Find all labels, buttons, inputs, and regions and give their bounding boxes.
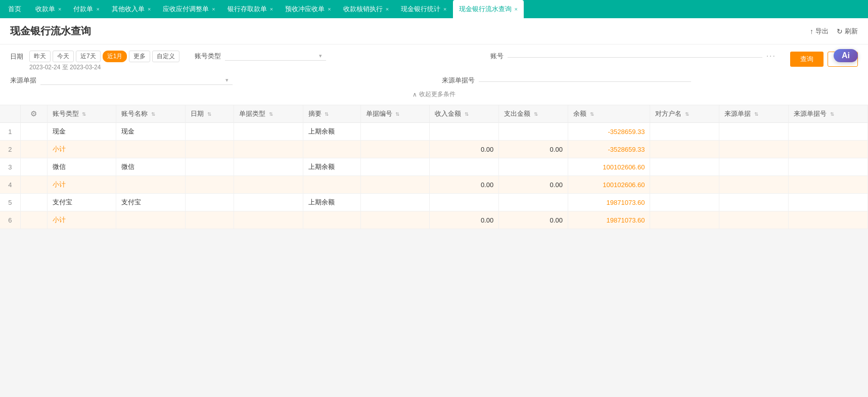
nav-tab-1[interactable]: 付款单 × (67, 0, 105, 18)
table-cell: 100102606.60 (568, 176, 650, 194)
col-counterparty[interactable]: 对方户名 ⇅ (650, 105, 719, 123)
table-cell (116, 211, 186, 229)
refresh-button[interactable]: ↻ 刷新 (837, 27, 858, 36)
close-tab-8-icon[interactable]: × (515, 6, 518, 12)
col-summary[interactable]: 摘要 ⇅ (303, 105, 360, 123)
table-cell: 1 (0, 123, 20, 141)
date-btn-more[interactable]: 更多 (129, 51, 150, 62)
close-tab-2-icon[interactable]: × (148, 6, 151, 12)
table-cell (788, 176, 867, 194)
table-cell: 微信 (47, 158, 116, 176)
table-cell (650, 141, 719, 158)
table-cell (185, 158, 234, 176)
sort-expense-icon: ⇅ (534, 111, 538, 117)
table-cell (185, 123, 234, 141)
date-btn-yesterday[interactable]: 昨天 (29, 51, 51, 62)
nav-tab-5[interactable]: 预收冲应收单 × (279, 0, 337, 18)
table-cell (360, 194, 430, 211)
nav-home[interactable]: 首页 (0, 0, 29, 18)
query-button[interactable]: 查询 (790, 52, 824, 67)
table-cell (650, 123, 719, 141)
account-more-icon[interactable]: ··· (766, 52, 776, 61)
account-label: 账号 (490, 52, 504, 61)
nav-tab-4[interactable]: 银行存取款单 × (221, 0, 279, 18)
table-cell (20, 158, 47, 176)
close-tab-4-icon[interactable]: × (270, 6, 273, 12)
table-cell: 3 (0, 158, 20, 176)
table-cell: 小计 (47, 176, 116, 194)
account-type-select[interactable]: ▾ (225, 52, 326, 61)
table-cell (499, 158, 568, 176)
table-cell (185, 211, 234, 229)
sort-doc-no-icon: ⇅ (395, 111, 399, 117)
table-cell: 小计 (47, 141, 116, 158)
table-cell (303, 141, 360, 158)
table-cell (20, 123, 47, 141)
col-account-type[interactable]: 账号类型 ⇅ (47, 105, 116, 123)
date-btn-7days[interactable]: 近7天 (76, 51, 101, 62)
close-tab-6-icon[interactable]: × (386, 6, 389, 12)
col-balance[interactable]: 余额 ⇅ (568, 105, 650, 123)
table-cell (185, 141, 234, 158)
col-doc-no[interactable]: 单据编号 ⇅ (360, 105, 430, 123)
col-doc-type[interactable]: 单据类型 ⇅ (234, 105, 303, 123)
page-title: 现金银行流水查询 (10, 24, 91, 38)
export-icon: ↑ (810, 27, 813, 35)
table-cell: 4 (0, 176, 20, 194)
close-tab-7-icon[interactable]: × (443, 6, 446, 12)
col-date[interactable]: 日期 ⇅ (185, 105, 234, 123)
account-type-arrow-icon: ▾ (319, 53, 322, 59)
col-gear[interactable]: ⚙ (20, 105, 47, 123)
table-cell (116, 176, 186, 194)
sort-account-name-icon: ⇅ (151, 111, 155, 117)
table-cell: 19871073.60 (568, 211, 650, 229)
close-tab-5-icon[interactable]: × (328, 6, 331, 12)
table-cell: 0.00 (430, 211, 499, 229)
close-tab-1-icon[interactable]: × (96, 6, 99, 12)
sort-account-type-icon: ⇅ (82, 111, 86, 117)
nav-tab-7[interactable]: 现金银行统计 × (395, 0, 452, 18)
date-btn-today[interactable]: 今天 (53, 51, 74, 62)
nav-tab-3[interactable]: 应收应付调整单 × (157, 0, 221, 18)
table-row: 2小计0.000.00-3528659.33 (0, 141, 868, 158)
table-cell (234, 123, 303, 141)
nav-tab-6[interactable]: 收款核销执行 × (337, 0, 395, 18)
table-cell (234, 211, 303, 229)
col-expense[interactable]: 支出金额 ⇅ (499, 105, 568, 123)
source-doc-arrow-icon: ▾ (225, 77, 229, 83)
col-income[interactable]: 收入金额 ⇅ (430, 105, 499, 123)
table-row: 3微信微信上期余额100102606.60 (0, 158, 868, 176)
table-cell (234, 158, 303, 176)
col-account-name[interactable]: 账号名称 ⇅ (116, 105, 186, 123)
table-cell (788, 194, 867, 211)
date-btn-1month[interactable]: 近1月 (103, 51, 127, 62)
table-cell (116, 141, 186, 158)
col-source-doc[interactable]: 来源单据 ⇅ (719, 105, 789, 123)
sort-summary-icon: ⇅ (325, 111, 329, 117)
nav-tab-2[interactable]: 其他收入单 × (106, 0, 157, 18)
col-source-doc-no[interactable]: 来源单据号 ⇅ (788, 105, 867, 123)
date-btn-custom[interactable]: 自定义 (152, 51, 179, 62)
sort-source-doc-no-icon: ⇅ (830, 111, 834, 117)
table-cell: 上期余额 (303, 123, 360, 141)
table-cell: 5 (0, 194, 20, 211)
filter-area: 日期 昨天 今天 近7天 近1月 更多 自定义 2023-02-24 至 202… (0, 45, 868, 105)
sort-date-icon: ⇅ (207, 111, 211, 117)
ai-button[interactable]: Ai (834, 49, 858, 62)
nav-tab-0[interactable]: 收款单 × (29, 0, 67, 18)
data-table: ⚙ 账号类型 ⇅ 账号名称 ⇅ 日期 ⇅ 单据类型 ⇅ 摘 (0, 105, 868, 229)
close-tab-0-icon[interactable]: × (58, 6, 61, 12)
nav-tab-8[interactable]: 现金银行流水查询 × (453, 0, 524, 18)
close-tab-3-icon[interactable]: × (212, 6, 215, 12)
source-doc-select[interactable]: ▾ (40, 76, 233, 85)
table-cell: 0.00 (430, 176, 499, 194)
source-doc-no-input[interactable] (479, 79, 691, 82)
collapse-bar[interactable]: ∧ 收起更多条件 (10, 88, 858, 101)
table-cell (430, 158, 499, 176)
sort-income-icon: ⇅ (465, 111, 469, 117)
table-cell (650, 158, 719, 176)
account-input[interactable] (508, 55, 762, 58)
export-button[interactable]: ↑ 导出 (810, 27, 829, 36)
header-actions: ↑ 导出 ↻ 刷新 (810, 27, 858, 36)
table-cell (20, 211, 47, 229)
